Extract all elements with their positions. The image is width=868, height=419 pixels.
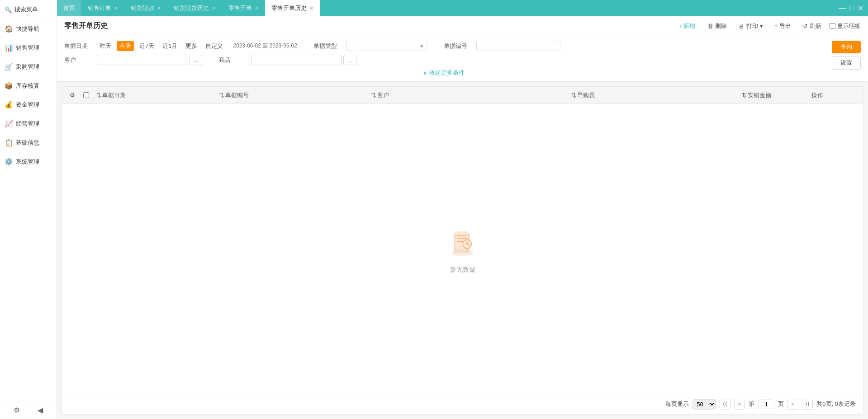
tabs-right-controls: — □ ✕ xyxy=(839,4,868,13)
sidebar-item-label: 销售管理 xyxy=(16,44,39,52)
date-btn-more[interactable]: 更多 xyxy=(183,41,200,51)
refresh-icon: ↺ xyxy=(803,23,808,29)
th-sort-icon: ⇅ xyxy=(219,92,224,99)
per-page-select[interactable]: 10 20 50 100 xyxy=(693,399,716,410)
date-btn-yesterday[interactable]: 昨天 xyxy=(97,41,114,51)
box-icon: 📦 xyxy=(5,82,13,90)
svg-point-6 xyxy=(463,240,471,248)
customer-filter-label: 客户 xyxy=(64,56,90,64)
filter-settings-button[interactable]: 设置 xyxy=(832,56,861,70)
collapse-arrow-icon: ∧ xyxy=(423,70,427,76)
select-all-checkbox[interactable] xyxy=(83,92,89,98)
toolbar-actions: + 新增 🗑 删除 🖨 打印 ▾ ↑ 导出 ↺ 刷新 显示明细 xyxy=(675,20,861,32)
page-number-input[interactable] xyxy=(758,400,774,409)
export-button[interactable]: ↑ 导出 xyxy=(771,20,795,32)
display-detail-input[interactable] xyxy=(830,23,835,29)
delete-button[interactable]: 🗑 删除 xyxy=(704,20,730,32)
sidebar-item-base-info[interactable]: 📋 基础信息 xyxy=(0,133,57,152)
print-button[interactable]: 🖨 打印 ▾ xyxy=(735,20,767,32)
date-btn-custom[interactable]: 自定义 xyxy=(203,41,226,51)
sidebar-item-inventory[interactable]: 📦 库存核算 xyxy=(0,76,57,95)
tab-retail-open[interactable]: 零售开单 ✕ xyxy=(222,0,265,16)
tab-home[interactable]: 首页 xyxy=(57,0,81,16)
th-action-label: 操作 xyxy=(811,91,823,99)
settings-icon[interactable]: ⚙ xyxy=(14,406,20,414)
th-no[interactable]: ⇅ 单据编号 xyxy=(216,91,368,99)
sidebar-item-label: 快捷导航 xyxy=(16,25,39,33)
table-container: ⚙ ⇅ 单据日期 ⇅ 单据编号 ⇅ 客户 ⇅ 导购员 ⇅ 实销金额 xyxy=(62,86,863,414)
window-close-btn[interactable]: ✕ xyxy=(858,4,863,13)
th-customer[interactable]: ⇅ 客户 xyxy=(368,91,568,99)
th-amount[interactable]: ⇅ 实销金额 xyxy=(671,91,775,99)
goods-filter-input[interactable] xyxy=(251,55,342,65)
th-checkbox[interactable] xyxy=(79,92,93,98)
sidebar-item-quick-nav[interactable]: 🏠 快捷导航 xyxy=(0,19,57,38)
tab-retail-open-history-label: 零售开单历史 xyxy=(271,4,307,12)
sidebar-menu: 🏠 快捷导航 📊 销售管理 🛒 采购管理 📦 库存核算 💰 资金管理 📈 经营管… xyxy=(0,19,57,401)
home-icon: 🏠 xyxy=(5,25,13,33)
collapse-more-area: ∧ 收起更多条件 xyxy=(64,69,823,77)
tab-retail-open-close[interactable]: ✕ xyxy=(255,5,259,11)
tab-retail-open-history-close[interactable]: ✕ xyxy=(309,5,313,11)
sidebar-item-sys-mgmt[interactable]: ⚙️ 系统管理 xyxy=(0,152,57,171)
tab-retail-open-history[interactable]: 零售开单历史 ✕ xyxy=(265,0,320,16)
goods-ellipsis-btn[interactable]: ... xyxy=(343,55,356,65)
tab-sales-return-history[interactable]: 销货退货历史 ✕ xyxy=(167,0,222,16)
tab-sales-return-history-close[interactable]: ✕ xyxy=(212,5,216,11)
sidebar-search[interactable]: 🔍 搜索菜单 xyxy=(0,0,57,19)
sidebar-item-operations[interactable]: 📈 经营管理 xyxy=(0,114,57,133)
date-filter-label: 单据日期 xyxy=(64,42,90,50)
sidebar-item-label: 资金管理 xyxy=(16,101,39,109)
tab-sales-return-close[interactable]: ✕ xyxy=(157,5,161,11)
refresh-button[interactable]: ↺ 刷新 xyxy=(799,20,825,32)
th-action: 操作 xyxy=(775,91,859,99)
page-title: 零售开单历史 xyxy=(64,21,108,31)
tab-home-label: 首页 xyxy=(63,4,75,12)
table-settings-btn[interactable]: ⚙ xyxy=(66,92,79,99)
print-icon: 🖨 xyxy=(739,23,745,29)
next-page-btn[interactable]: ＞ xyxy=(787,399,798,410)
sidebar-item-sales-mgmt[interactable]: 📊 销售管理 xyxy=(0,38,57,57)
sidebar-item-purchase-mgmt[interactable]: 🛒 采购管理 xyxy=(0,57,57,76)
sidebar-item-finance[interactable]: 💰 资金管理 xyxy=(0,95,57,114)
type-filter-select[interactable]: ▾ xyxy=(346,41,427,51)
th-date-label: 单据日期 xyxy=(102,91,126,99)
prev-page-btn[interactable]: ＜ xyxy=(734,399,745,410)
sidebar-bottom: ⚙ ◀ xyxy=(0,401,57,419)
filter-row-1: 单据日期 昨天 今天 近7天 近1月 更多 自定义 2023-06-02 至 2… xyxy=(64,41,823,51)
customer-ellipsis-btn[interactable]: ... xyxy=(189,55,202,65)
export-icon: ↑ xyxy=(775,23,778,29)
display-detail-checkbox[interactable]: 显示明细 xyxy=(830,22,861,30)
search-icon: 🔍 xyxy=(5,6,12,13)
window-minimize-btn[interactable]: — xyxy=(839,4,846,12)
date-btn-7days[interactable]: 近7天 xyxy=(137,41,157,51)
th-guide[interactable]: ⇅ 导购员 xyxy=(568,91,671,99)
add-button[interactable]: + 新增 xyxy=(675,20,699,32)
type-filter-arrow: ▾ xyxy=(420,42,423,49)
delete-label: 删除 xyxy=(715,22,727,30)
tab-sales-return[interactable]: 销货退款 ✕ xyxy=(124,0,167,16)
tab-sales-order-close[interactable]: ✕ xyxy=(114,5,118,11)
last-page-btn[interactable]: ⟩⟩ xyxy=(802,399,813,410)
cart-icon: 🛒 xyxy=(5,63,13,71)
page-label: 第 xyxy=(749,400,754,408)
collapse-btn[interactable]: ∧ 收起更多条件 xyxy=(423,69,465,77)
table-header: ⚙ ⇅ 单据日期 ⇅ 单据编号 ⇅ 客户 ⇅ 导购员 ⇅ 实销金额 xyxy=(62,87,863,104)
sidebar-item-label: 库存核算 xyxy=(16,82,39,90)
th-date[interactable]: ⇅ 单据日期 xyxy=(93,91,216,99)
th-no-label: 单据编号 xyxy=(225,91,249,99)
window-maximize-btn[interactable]: □ xyxy=(849,4,854,12)
delete-icon: 🗑 xyxy=(707,23,713,29)
export-label: 导出 xyxy=(779,22,791,30)
query-button[interactable]: 查询 xyxy=(832,41,861,53)
first-page-btn[interactable]: ⟨⟨ xyxy=(720,399,730,410)
th-sort-icon: ⇅ xyxy=(371,92,376,99)
th-sort-icon: ⇅ xyxy=(96,92,101,99)
tab-sales-order[interactable]: 销售订单 ✕ xyxy=(81,0,124,16)
date-btn-1month[interactable]: 近1月 xyxy=(160,41,180,51)
collapse-icon[interactable]: ◀ xyxy=(38,406,43,414)
goods-filter-label: 商品 xyxy=(218,56,244,64)
customer-filter-input[interactable] xyxy=(97,55,187,65)
date-btn-today[interactable]: 今天 xyxy=(117,41,134,51)
no-filter-input[interactable] xyxy=(476,41,560,51)
